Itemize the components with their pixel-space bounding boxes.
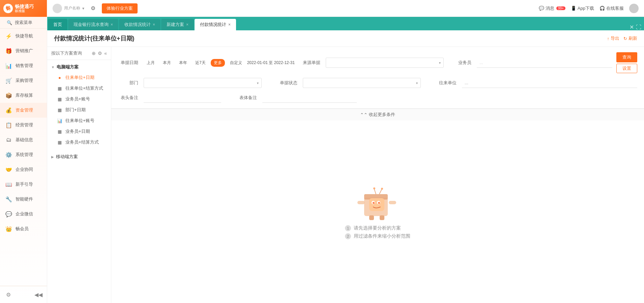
scheme-settings-btn[interactable]: ⚙ bbox=[98, 51, 102, 56]
sidebar-search-item[interactable]: 🔍 搜索菜单 bbox=[0, 17, 47, 29]
profile-section[interactable]: 用户名称 ▾ bbox=[53, 4, 84, 13]
tab-new-scheme-close[interactable]: × bbox=[186, 22, 188, 27]
mobile-group-arrow-icon: ▶ bbox=[51, 155, 54, 159]
tab-payment-stats[interactable]: 付款情况统计 × bbox=[195, 19, 236, 30]
sidebar-item-finance[interactable]: 💰 资金管理 bbox=[0, 103, 47, 118]
scheme-label: 业务员+账号 bbox=[65, 96, 90, 102]
messages-btn[interactable]: 💬 消息 99+ bbox=[539, 5, 565, 11]
source-select[interactable]: ▾ bbox=[326, 58, 444, 68]
enterprise-icon: 🤝 bbox=[5, 166, 12, 173]
tab-home-label: 首页 bbox=[53, 22, 62, 28]
content-area: 按以下方案查询 ⊕ ⚙ « ▼ 电脑端方案 ● 往来单位+日期 bbox=[47, 47, 644, 303]
sidebar-item-system[interactable]: ⚙️ 系统管理 bbox=[0, 147, 47, 162]
more-dates-btn[interactable]: 更多 bbox=[211, 59, 225, 67]
tab-payment-close[interactable]: × bbox=[228, 22, 231, 27]
tab-bank-flow[interactable]: 现金银行流水查询 × bbox=[68, 19, 118, 30]
sidebar-item-marketing[interactable]: 🎁 营销推广 bbox=[0, 43, 47, 58]
basic-icon: 🗂 bbox=[5, 137, 12, 143]
dept-arrow-icon: ▾ bbox=[257, 81, 259, 85]
scheme-active-icon: ● bbox=[57, 74, 63, 81]
sidebar-item-label: 基础信息 bbox=[16, 137, 33, 143]
status-select[interactable]: ▾ bbox=[303, 78, 421, 88]
date-options: 上月 本月 本年 近7天 更多 自定义 2022-01-01 至 2022-12… bbox=[144, 59, 295, 67]
status-label: 单据状态 bbox=[277, 80, 297, 86]
operation-icon: 📋 bbox=[5, 122, 12, 128]
left-panel-header: 按以下方案查询 ⊕ ⚙ « bbox=[47, 47, 111, 60]
scheme-unit-date[interactable]: ● 往来单位+日期 bbox=[47, 72, 111, 83]
tab-receipt-stats[interactable]: 收款情况统计 × bbox=[119, 19, 160, 30]
tab-maximize-btn[interactable]: ⛶ bbox=[636, 24, 641, 30]
sidebar-item-purchase[interactable]: 🛒 采购管理 bbox=[0, 73, 47, 88]
sidebar-item-inventory[interactable]: 📦 库存核算 bbox=[0, 88, 47, 103]
sidebar-item-hardware[interactable]: 🔧 智能硬件 bbox=[0, 192, 47, 207]
try-industry-btn[interactable]: 体验行业方案 bbox=[102, 3, 138, 13]
tab-bank-flow-close[interactable]: × bbox=[111, 22, 113, 27]
sidebar-item-label: 快捷导航 bbox=[16, 33, 33, 39]
filter-settings-btn[interactable]: 设置 bbox=[616, 64, 637, 73]
sidebar-collapse-btn[interactable]: ◀◀ bbox=[33, 290, 43, 300]
custom-date-btn[interactable]: 自定义 bbox=[227, 59, 245, 67]
filter-area: 单据日期 上月 本月 本年 近7天 更多 自定义 2022-01-01 至 20… bbox=[111, 47, 644, 109]
app-download-btn[interactable]: 📱 App下载 bbox=[571, 5, 594, 11]
table-body-note-input[interactable] bbox=[262, 93, 357, 103]
user-avatar[interactable] bbox=[629, 4, 639, 13]
scheme-dept-date[interactable]: ▦ 部门+日期 bbox=[47, 104, 111, 115]
tab-home[interactable]: 首页 bbox=[48, 19, 67, 30]
date-range-display: 2022-01-01 至 2022-12-31 bbox=[247, 60, 295, 66]
last-month-btn[interactable]: 上月 bbox=[144, 59, 158, 67]
dept-select[interactable]: ▾ bbox=[144, 78, 262, 88]
scheme-unit-settle[interactable]: ▦ 往来单位+结算方式 bbox=[47, 83, 111, 94]
staff-input[interactable]: ... bbox=[477, 58, 612, 68]
this-year-btn[interactable]: 本年 bbox=[176, 59, 190, 67]
this-month-btn[interactable]: 本月 bbox=[160, 59, 174, 67]
scheme-icon: ▦ bbox=[57, 139, 63, 145]
sidebar-item-sales[interactable]: 📊 销售管理 bbox=[0, 58, 47, 73]
empty-msg-2-text: 用过滤条件来缩小分析范围 bbox=[354, 233, 410, 239]
sidebar-item-member[interactable]: 👑 畅会员 bbox=[0, 221, 47, 236]
unit-input[interactable]: ... bbox=[462, 78, 637, 88]
sidebar-item-wechat[interactable]: 💬 企业微信 bbox=[0, 207, 47, 221]
svg-rect-13 bbox=[369, 215, 374, 220]
svg-point-10 bbox=[381, 188, 383, 190]
sidebar-item-basic[interactable]: 🗂 基础信息 bbox=[0, 132, 47, 147]
query-btn[interactable]: 查询 bbox=[616, 52, 637, 62]
refresh-btn[interactable]: ↻ 刷新 bbox=[623, 35, 637, 41]
sidebar-item-label: 畅会员 bbox=[16, 226, 29, 232]
svg-point-6 bbox=[378, 202, 380, 204]
sidebar-settings-btn[interactable]: ⚙ bbox=[3, 290, 13, 300]
sidebar-item-quick-nav[interactable]: ⚡ 快捷导航 bbox=[0, 29, 47, 43]
left-panel-collapse-btn[interactable]: « bbox=[104, 51, 107, 56]
header-settings-btn[interactable]: ⚙ bbox=[88, 4, 98, 13]
collapse-more-btn[interactable]: ⌃⌃ 收起更多条件 bbox=[111, 109, 644, 120]
export-btn[interactable]: ↑ 导出 bbox=[607, 35, 620, 41]
svg-point-8 bbox=[373, 187, 375, 189]
sidebar-item-enterprise[interactable]: 🤝 企业协同 bbox=[0, 162, 47, 177]
sidebar-item-operation[interactable]: 📋 经营管理 bbox=[0, 118, 47, 132]
online-service-btn[interactable]: 🎧 在线客服 bbox=[599, 5, 624, 11]
tab-receipt-close[interactable]: × bbox=[153, 22, 155, 27]
sidebar-item-guide[interactable]: 📖 新手引导 bbox=[0, 177, 47, 192]
tab-new-scheme[interactable]: 新建方案 × bbox=[161, 19, 194, 30]
scheme-staff-settle[interactable]: ▦ 业务员+结算方式 bbox=[47, 137, 111, 148]
add-scheme-btn[interactable]: ⊕ bbox=[92, 51, 96, 56]
scheme-unit-account[interactable]: 📊 往来单位+账号 bbox=[47, 115, 111, 126]
empty-illustration bbox=[356, 184, 400, 221]
messages-badge: 99+ bbox=[556, 6, 565, 10]
mobile-group-header[interactable]: ▶ 移动端方案 bbox=[47, 152, 111, 162]
scheme-staff-date[interactable]: ▦ 业务员+日期 bbox=[47, 126, 111, 137]
refresh-label: 刷新 bbox=[628, 35, 637, 41]
profile-chevron-icon: ▾ bbox=[82, 6, 84, 11]
table-header-note-input[interactable] bbox=[144, 93, 221, 103]
refresh-icon: ↻ bbox=[623, 36, 627, 41]
member-icon: 👑 bbox=[5, 225, 12, 232]
svg-line-9 bbox=[379, 189, 382, 194]
last-7days-btn[interactable]: 近7天 bbox=[192, 59, 209, 67]
desktop-group-arrow-icon: ▼ bbox=[51, 65, 55, 69]
dept-label: 部门 bbox=[118, 80, 138, 86]
tab-close-all-btn[interactable]: ✕ bbox=[630, 24, 634, 30]
desktop-group-label: 电脑端方案 bbox=[57, 64, 79, 70]
empty-msg-1-text: 请先选择要分析的方案 bbox=[354, 225, 401, 231]
desktop-group-header[interactable]: ▼ 电脑端方案 bbox=[47, 62, 111, 72]
collapse-more-label: 收起更多条件 bbox=[369, 112, 395, 118]
scheme-staff-account[interactable]: ▦ 业务员+账号 bbox=[47, 94, 111, 104]
